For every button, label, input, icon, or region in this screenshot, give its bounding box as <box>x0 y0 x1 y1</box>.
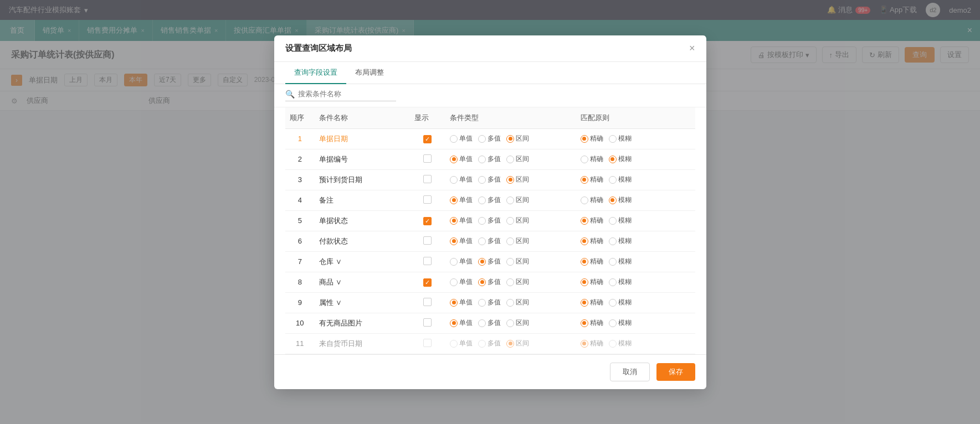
col-header-name: 条件名称 <box>315 107 410 111</box>
col-header-type: 条件类型 <box>445 107 576 111</box>
tab-layout-adjust[interactable]: 布局调整 <box>346 62 393 84</box>
modal-dialog: 设置查询区域布局 × 查询字段设置 布局调整 🔍 顺序 条件名称 显示 <box>274 35 706 111</box>
modal-header: 设置查询区域布局 × <box>274 35 706 62</box>
search-icon: 🔍 <box>285 90 295 99</box>
modal-search-area: 🔍 <box>274 84 706 107</box>
modal-close-button[interactable]: × <box>689 43 695 53</box>
col-header-show: 显示 <box>410 107 445 111</box>
search-box: 🔍 <box>285 90 396 101</box>
col-header-match: 匹配原则 <box>576 107 695 111</box>
modal-title: 设置查询区域布局 <box>285 43 352 54</box>
modal-overlay: 设置查询区域布局 × 查询字段设置 布局调整 🔍 顺序 条件名称 显示 <box>0 0 980 111</box>
conditions-table: 顺序 条件名称 显示 条件类型 匹配原则 1单据日期单值多值区间精确模糊2单据编… <box>285 107 695 111</box>
modal-table-wrap: 顺序 条件名称 显示 条件类型 匹配原则 1单据日期单值多值区间精确模糊2单据编… <box>274 107 706 111</box>
tab-query-fields[interactable]: 查询字段设置 <box>285 62 346 84</box>
col-header-order: 顺序 <box>285 107 315 111</box>
search-input[interactable] <box>298 90 396 98</box>
modal-tabs: 查询字段设置 布局调整 <box>274 62 706 84</box>
